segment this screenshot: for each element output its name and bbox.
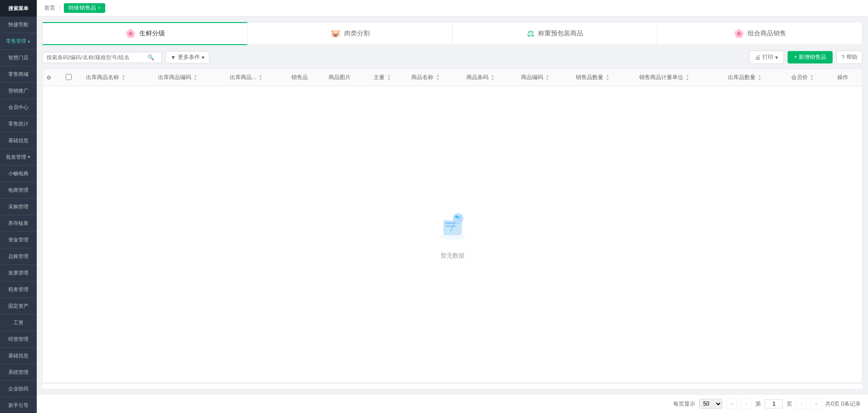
sort-arrows-product-barcode: ▲▼ — [491, 74, 494, 81]
filter-icon: ▼ — [170, 54, 176, 61]
breadcrumb-divider: / — [59, 5, 60, 11]
chevron-down-icon: ▲ — [27, 39, 31, 43]
current-tab-tag[interactable]: 特殊销售品 × — [64, 3, 105, 13]
sidebar-item-retail-stats[interactable]: 零售统计 — [0, 116, 37, 132]
th-sale-qty[interactable]: 销售品数量 ▲▼ — [572, 69, 635, 86]
search-icon[interactable]: 🔍 — [148, 54, 154, 61]
th-out-qty[interactable]: 出库品数量 ▲▼ — [724, 69, 788, 86]
tab-fresh-grade[interactable]: 🌸 生鲜分级 — [42, 22, 247, 45]
empty-state: 暂无数据 — [43, 86, 862, 383]
add-sale-product-label: + 新增销售品 — [794, 53, 826, 61]
help-label: 帮助 — [846, 53, 857, 61]
total-info: 共0页 0条记录 — [825, 400, 861, 408]
main-content: 首页 / 特殊销售品 × 🌸 生鲜分级 🐷 肉类分割 ⚖ 称重预包装商品 🌸 — [37, 0, 868, 413]
th-product-name[interactable]: 商品名称 ▲▼ — [408, 69, 462, 86]
sidebar-item-ops-mgmt[interactable]: 经营管理 — [0, 331, 37, 348]
sort-arrows-out-qty: ▲▼ — [758, 74, 761, 81]
first-page-button[interactable]: « — [726, 398, 737, 409]
tab-scale-prepack[interactable]: ⚖ 称重预包装商品 — [452, 22, 657, 45]
next-page-button[interactable]: › — [796, 398, 807, 409]
tab-combo-sale[interactable]: 🌸 组合商品销售 — [657, 22, 862, 45]
print-button[interactable]: 🖨 打印 ▾ — [749, 51, 784, 64]
sort-arrows-out-product-info: ▲▼ — [259, 74, 262, 81]
data-table: ⚙ 出库商品名称 ▲▼ 出库商品编码 ▲▼ — [43, 69, 862, 86]
th-out-product-name[interactable]: 出库商品名称 ▲▼ — [82, 69, 154, 86]
select-all-checkbox[interactable] — [66, 74, 72, 80]
close-tab-icon[interactable]: × — [98, 6, 101, 11]
th-product-code[interactable]: 商品编码 ▲▼ — [517, 69, 572, 86]
tab-bar: 🌸 生鲜分级 🐷 肉类分割 ⚖ 称重预包装商品 🌸 组合商品销售 — [42, 22, 862, 45]
sidebar-item-inventory[interactable]: 库存核算 — [0, 215, 37, 232]
th-product-barcode[interactable]: 商品条码 ▲▼ — [463, 69, 517, 86]
help-button[interactable]: ? 帮助 — [836, 51, 862, 64]
sort-arrows-member-price: ▲▼ — [810, 74, 814, 81]
th-sale-product: 销售品 — [288, 69, 324, 86]
sidebar-item-wholesale-mgmt[interactable]: 批发管理 ▼ — [0, 149, 37, 166]
sort-arrows-product-name: ▲▼ — [436, 74, 440, 81]
home-breadcrumb[interactable]: 首页 — [44, 4, 55, 12]
tab-meat-cut[interactable]: 🐷 肉类分割 — [247, 22, 452, 45]
sidebar-item-member-center[interactable]: 会员中心 — [0, 99, 37, 116]
table-header-row: ⚙ 出库商品名称 ▲▼ 出库商品编码 ▲▼ — [43, 69, 862, 86]
th-sale-unit[interactable]: 销售商品计量单位 ▲▼ — [635, 69, 724, 86]
sidebar-item-fixed-assets[interactable]: 固定资产 — [0, 298, 37, 315]
sidebar-item-basic-info[interactable]: 基础信息 — [0, 132, 37, 149]
toolbar-left: 🔍 ▼ 更多条件 ▾ — [42, 51, 210, 63]
th-out-product-code[interactable]: 出库商品编码 ▲▼ — [154, 69, 226, 86]
fresh-grade-icon: 🌸 — [125, 29, 136, 39]
sidebar-item-ecom-mgmt[interactable]: 电商管理 — [0, 182, 37, 199]
sidebar-item-marketing[interactable]: 营销推广 — [0, 83, 37, 99]
toolbar-right: 🖨 打印 ▾ + 新增销售品 ? 帮助 — [749, 51, 862, 64]
sidebar: 搜索菜单 快捷导航 零售管理 ▲ 智慧门店 零售商城 营销推广 会员中心 零售统… — [0, 0, 37, 413]
filter-chevron-icon: ▾ — [202, 54, 204, 61]
sidebar-item-newbie[interactable]: 新手引导 — [0, 397, 37, 413]
sidebar-item-retail-mall[interactable]: 零售商城 — [0, 66, 37, 83]
meat-cut-icon: 🐷 — [330, 29, 340, 39]
last-page-button[interactable]: » — [811, 398, 822, 409]
print-chevron-icon: ▾ — [775, 54, 778, 61]
th-settings[interactable]: ⚙ — [43, 69, 62, 86]
sidebar-item-tax-mgmt[interactable]: 税务管理 — [0, 281, 37, 298]
empty-text: 暂无数据 — [441, 252, 465, 260]
sidebar-item-purchase-mgmt[interactable]: 采购管理 — [0, 199, 37, 215]
sidebar-item-finance[interactable]: 资金管理 — [0, 232, 37, 248]
add-sale-product-button[interactable]: + 新增销售品 — [788, 51, 833, 63]
topbar: 首页 / 特殊销售品 × — [37, 0, 868, 17]
th-product-image: 商品图片 — [325, 69, 370, 86]
page-number-input[interactable] — [765, 399, 783, 408]
prev-page-button[interactable]: ‹ — [741, 398, 752, 409]
sidebar-item-smart-store[interactable]: 智慧门店 — [0, 50, 37, 66]
per-page-select[interactable]: 50 10 20 100 — [699, 399, 722, 409]
sidebar-item-sys-mgmt[interactable]: 系统管理 — [0, 364, 37, 381]
empty-state-icon — [434, 209, 471, 246]
print-label: 打印 — [762, 53, 773, 61]
sidebar-item-quick-nav[interactable]: 快捷导航 — [0, 17, 37, 33]
sidebar-item-ledger[interactable]: 总账管理 — [0, 248, 37, 265]
sidebar-item-invoice-mgmt[interactable]: 发票管理 — [0, 265, 37, 281]
page-unit: 页 — [787, 400, 792, 408]
per-page-label: 每页显示 — [673, 400, 695, 408]
th-checkbox[interactable] — [62, 69, 83, 86]
sidebar-item-basic-info2[interactable]: 基础信息 — [0, 348, 37, 364]
search-box[interactable]: 🔍 — [42, 52, 162, 63]
sort-arrows-sale-unit: ▲▼ — [686, 74, 689, 81]
tab-combo-sale-label: 组合商品销售 — [748, 29, 786, 38]
tab-meat-cut-label: 肉类分割 — [344, 29, 370, 38]
svg-rect-3 — [445, 225, 456, 227]
th-out-product-info[interactable]: 出库商品... ▲▼ — [226, 69, 288, 86]
table-container: ⚙ 出库商品名称 ▲▼ 出库商品编码 ▲▼ — [42, 69, 862, 383]
sidebar-item-mini-ecom[interactable]: 小畅电商 — [0, 166, 37, 182]
sidebar-item-enterprise[interactable]: 企业协同 — [0, 381, 37, 397]
sidebar-logo[interactable]: 搜索菜单 — [0, 0, 37, 17]
th-main-measure[interactable]: 主量 ▲▼ — [370, 69, 408, 86]
print-icon: 🖨 — [755, 54, 760, 61]
th-member-price[interactable]: 会员价 ▲▼ — [788, 69, 834, 86]
column-settings-icon[interactable]: ⚙ — [46, 75, 51, 81]
bottom-scroll[interactable] — [42, 383, 862, 389]
filter-button[interactable]: ▼ 更多条件 ▾ — [165, 51, 210, 63]
sidebar-item-salary[interactable]: 工资 — [0, 315, 37, 331]
combo-sale-icon: 🌸 — [734, 29, 744, 39]
sidebar-item-retail-mgmt[interactable]: 零售管理 ▲ — [0, 33, 37, 50]
search-input[interactable] — [46, 54, 148, 61]
sort-arrows-sale-qty: ▲▼ — [606, 74, 609, 81]
